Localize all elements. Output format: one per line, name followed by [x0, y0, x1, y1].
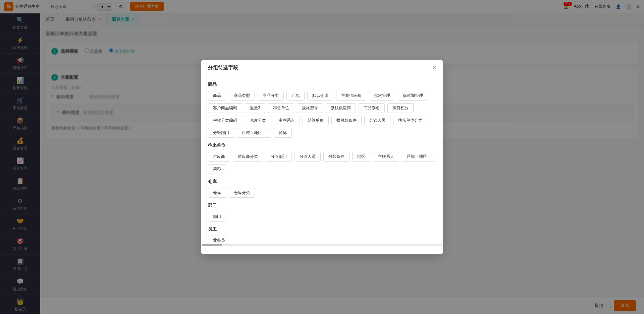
field-tag-1-5[interactable]: 地区: [352, 152, 370, 162]
modal-hscroll[interactable]: [201, 244, 443, 246]
field-tag-4-0[interactable]: 业务员: [208, 236, 230, 244]
modal-header: 分组待选字段 ×: [201, 60, 443, 76]
field-select-modal: 分组待选字段 × 商品商品商品类型商品分类产地默认仓库主要供应商批次管理保质期管…: [201, 60, 443, 254]
field-tags-3: 部门: [208, 212, 436, 222]
field-tag-0-7[interactable]: 保质期管理: [398, 91, 428, 101]
field-tags-4: 业务员: [208, 236, 436, 244]
field-tag-1-2[interactable]: 分管部门: [266, 152, 292, 162]
modal-title: 分组待选字段: [208, 65, 238, 71]
field-tag-0-14[interactable]: 拣货积分: [387, 103, 414, 113]
field-tags-1: 供应商供应商分类分管部门分管人员付款条件地区主联系人区域（地区）简称: [208, 152, 436, 174]
field-tag-0-11[interactable]: 规格型号: [297, 103, 323, 113]
field-tag-0-15[interactable]: 税收分类编码: [208, 116, 242, 125]
field-tag-1-8[interactable]: 简称: [208, 164, 226, 174]
section-title-4: 员工: [208, 226, 436, 232]
field-tag-1-1[interactable]: 供应商分类: [233, 152, 263, 162]
section-title-0: 商品: [208, 81, 436, 87]
field-tag-1-3[interactable]: 分管人员: [294, 152, 321, 162]
field-tag-0-21[interactable]: 往来单位分类: [393, 116, 427, 125]
field-tag-0-6[interactable]: 批次管理: [369, 91, 395, 101]
field-tag-0-18[interactable]: 结算单位: [303, 116, 329, 125]
field-tag-2-1[interactable]: 仓库分类: [229, 188, 255, 198]
field-tag-0-5[interactable]: 主要供应商: [336, 91, 366, 101]
field-tag-0-22[interactable]: 分管部门: [208, 128, 234, 138]
hscroll-thumb[interactable]: [202, 244, 222, 246]
field-tag-0-23[interactable]: 区域（地区）: [237, 128, 271, 138]
field-tag-0-19[interactable]: 收付款条件: [331, 116, 362, 125]
field-tag-0-8[interactable]: 客户商品编码: [208, 103, 242, 113]
section-title-1: 往来单位: [208, 142, 436, 148]
field-tag-0-24[interactable]: 简称: [274, 128, 292, 138]
field-tag-1-0[interactable]: 供应商: [208, 152, 230, 162]
field-tag-0-0[interactable]: 商品: [208, 91, 226, 101]
field-tag-0-3[interactable]: 产地: [286, 91, 305, 101]
field-tag-2-0[interactable]: 仓库: [208, 188, 226, 198]
modal-overlay: 分组待选字段 × 商品商品商品类型商品分类产地默认仓库主要供应商批次管理保质期管…: [0, 0, 644, 314]
field-tag-1-7[interactable]: 区域（地区）: [402, 152, 436, 162]
field-tag-0-2[interactable]: 商品分类: [258, 91, 284, 101]
field-tag-0-1[interactable]: 商品类型: [229, 91, 255, 101]
section-title-2: 仓库: [208, 179, 436, 185]
field-tag-0-12[interactable]: 默认供应商: [326, 103, 356, 113]
field-tag-0-17[interactable]: 主联系人: [274, 116, 300, 125]
field-tag-0-20[interactable]: 分管人员: [364, 116, 390, 125]
field-tags-2: 仓库仓库分类: [208, 188, 436, 198]
field-tag-1-4[interactable]: 付款条件: [323, 152, 350, 162]
modal-close-button[interactable]: ×: [432, 65, 436, 71]
modal-footer: [201, 246, 443, 254]
field-tag-0-4[interactable]: 默认仓库: [307, 91, 333, 101]
field-tags-0: 商品商品类型商品分类产地默认仓库主要供应商批次管理保质期管理客户商品编码重量3零…: [208, 91, 436, 138]
modal-body[interactable]: 商品商品商品类型商品分类产地默认仓库主要供应商批次管理保质期管理客户商品编码重量…: [201, 76, 443, 244]
field-tag-0-13[interactable]: 商品别名: [359, 103, 385, 113]
hscroll-track: [202, 244, 442, 246]
field-tag-0-10[interactable]: 零售单位: [268, 103, 294, 113]
field-tag-0-16[interactable]: 仓库分类: [245, 116, 271, 125]
field-tag-0-9[interactable]: 重量3: [245, 103, 265, 113]
field-tag-3-0[interactable]: 部门: [208, 212, 226, 222]
section-title-3: 部门: [208, 202, 436, 208]
field-tag-1-6[interactable]: 主联系人: [373, 152, 399, 162]
